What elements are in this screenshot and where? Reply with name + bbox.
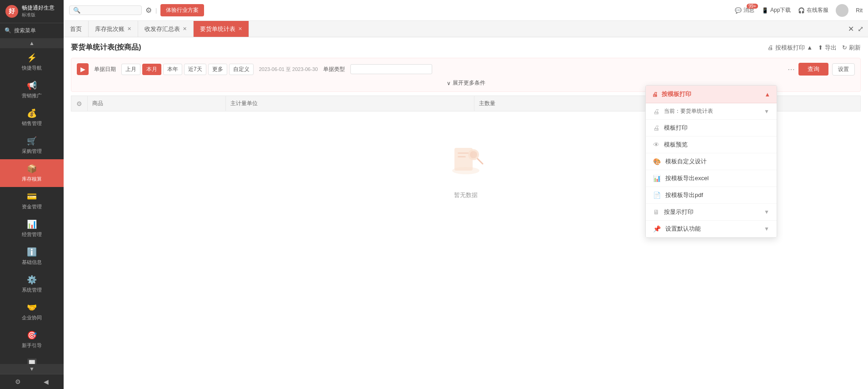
sidebar-collapse-btn[interactable]: ◀ (44, 378, 49, 385)
expand-chevron-icon: ∨ (447, 80, 451, 86)
type-filter-label: 单据类型 (323, 66, 345, 73)
type-select[interactable] (350, 64, 432, 74)
inventory-icon: 📦 (27, 164, 37, 174)
svg-rect-2 (458, 152, 469, 154)
tab-receivable-summary-label: 收发存汇总表 (145, 25, 180, 33)
sidebar-item-collab[interactable]: 🤝 企业协同 (0, 298, 64, 326)
default-func-icon: 📌 (653, 225, 661, 232)
sidebar-item-marketing[interactable]: 📢 营销推广 (0, 76, 64, 104)
marketing-icon: 📢 (27, 81, 37, 91)
filter-expand-btn[interactable]: ∨ 展开更多条件 (447, 79, 485, 87)
sidebar-item-operations[interactable]: 📊 经营管理 (0, 215, 64, 242)
sidebar-item-purchase[interactable]: 🛒 采购管理 (0, 131, 64, 159)
empty-illustration (445, 139, 486, 187)
dropdown-current-item[interactable]: 🖨 当前：要货单统计表 ▼ (646, 103, 777, 119)
dropdown-display-print-left: 🖥 按显示打印 (653, 208, 693, 216)
dropdown-export-pdf-section: 📄 按模板导出pdf (646, 187, 777, 204)
sidebar-item-finance[interactable]: 💳 资金管理 (0, 187, 64, 215)
maximize-tab-btn[interactable]: ⤢ (858, 25, 863, 33)
sidebar-item-apps[interactable]: 🔲 应用中心 (0, 354, 64, 364)
col-quantity: 主数量 (474, 96, 649, 111)
tab-inventory-batch[interactable]: 库存批次账 ✕ (89, 21, 138, 37)
filter-more-icon[interactable]: ⋯ (788, 65, 795, 74)
svg-point-5 (470, 151, 477, 158)
col-settings[interactable]: ⚙ (71, 96, 88, 111)
scroll-down-btn[interactable]: ▼ (0, 364, 64, 374)
settings-btn[interactable]: 设置 (832, 63, 855, 76)
tab-home[interactable]: 首页 (64, 21, 89, 37)
template-preview-label: 模板预览 (664, 141, 688, 149)
sidebar-item-system[interactable]: ⚙️ 系统管理 (0, 270, 64, 298)
tab-receivable-summary-close[interactable]: ✕ (183, 26, 187, 32)
dropdown-close-arrow[interactable]: ▲ (764, 91, 770, 98)
sidebar-item-guide[interactable]: 🎯 新手引导 (0, 326, 64, 354)
filter-date-group: 上月 本月 本年 近7天 更多 自定义 (121, 64, 254, 75)
dropdown-current-section: 🖨 当前：要货单统计表 ▼ (646, 103, 777, 120)
dropdown-export-excel[interactable]: 📊 按模板导出excel (646, 170, 777, 187)
online-service-btn[interactable]: 🎧 在线客服 (798, 6, 828, 14)
tab-order-stats[interactable]: 要货单统计表 ✕ (194, 21, 249, 37)
dropdown-display-print[interactable]: 🖥 按显示打印 ▼ (646, 204, 777, 220)
topbar-search-input[interactable] (82, 7, 132, 14)
sidebar-item-quicknav[interactable]: ⚡ 快捷导航 (0, 48, 64, 76)
print-template-btn[interactable]: 🖨 按模板打印 ▲ (768, 44, 813, 52)
topbar-search-box[interactable]: 🔍 (69, 5, 142, 15)
export-pdf-label: 按模板导出pdf (665, 191, 703, 199)
date-btn-prev-month[interactable]: 上月 (121, 64, 140, 75)
sidebar-item-inventory[interactable]: 📦 库存核算 (0, 159, 64, 187)
date-btn-this-year[interactable]: 本年 (163, 64, 182, 75)
app-download-btn[interactable]: 📱 App下载 (762, 6, 791, 14)
dropdown-export-pdf[interactable]: 📄 按模板导出pdf (646, 187, 777, 203)
search-icon: 🔍 (5, 27, 11, 34)
messages-badge: 99+ (747, 4, 758, 9)
date-btn-more[interactable]: 更多 (208, 64, 227, 75)
dropdown-template-print[interactable]: 🖨 模板打印 (646, 120, 777, 136)
refresh-icon: ↻ (842, 44, 847, 51)
sidebar-item-label: 经营管理 (22, 231, 42, 238)
dropdown-template-preview[interactable]: 👁 模板预览 (646, 136, 777, 153)
dropdown-default-func[interactable]: 📌 设置默认功能 ▼ (646, 221, 777, 237)
type-select-wrap (350, 64, 432, 74)
export-pdf-icon: 📄 (653, 192, 661, 199)
tabbar-actions: ✕ ⤢ (843, 25, 868, 33)
tab-home-label: 首页 (70, 25, 82, 33)
export-label: 导出 (825, 44, 837, 52)
dropdown-template-design-section: 🎨 模板自定义设计 (646, 153, 777, 170)
dropdown-print-icon: 🖨 (652, 91, 658, 98)
app-name: 畅捷通好生意 (22, 5, 55, 12)
sidebar-item-label: 采购管理 (22, 148, 42, 155)
tab-inventory-batch-close[interactable]: ✕ (127, 26, 131, 32)
messages-btn[interactable]: 💬 消息 99+ (735, 6, 754, 14)
query-btn[interactable]: 查询 (798, 63, 828, 76)
sidebar-footer: ⚙ ◀ (0, 374, 64, 389)
search-menu[interactable]: 🔍 搜索菜单 (0, 23, 64, 38)
sidebar-item-basics[interactable]: ℹ️ 基础信息 (0, 242, 64, 270)
table-settings-icon[interactable]: ⚙ (76, 100, 82, 107)
tab-order-stats-close[interactable]: ✕ (238, 26, 242, 32)
close-tab-btn[interactable]: ✕ (848, 25, 854, 33)
export-btn[interactable]: ⬆ 导出 (818, 44, 837, 52)
print-template-label: 按模板打印 (775, 44, 805, 52)
trial-btn[interactable]: 体验行业方案 (160, 4, 204, 16)
page-title: 要货单统计表(按商品) (71, 43, 141, 52)
apps-icon: 🔲 (27, 358, 37, 364)
topbar-gear-icon[interactable]: ⚙ (145, 6, 152, 15)
date-btn-this-month[interactable]: 本月 (142, 64, 161, 75)
date-btn-custom[interactable]: 自定义 (229, 64, 254, 75)
purchase-icon: 🛒 (27, 136, 37, 146)
filter-toggle-btn[interactable]: ▶ (77, 63, 89, 75)
refresh-btn[interactable]: ↻ 刷新 (842, 44, 861, 52)
quicknav-icon: ⚡ (27, 53, 37, 63)
dropdown-template-design[interactable]: 🎨 模板自定义设计 (646, 153, 777, 170)
sidebar-item-label: 快捷导航 (22, 65, 42, 71)
sidebar-item-label: 新手引导 (22, 342, 42, 349)
export-icon: ⬆ (818, 44, 823, 51)
scroll-up-btn[interactable]: ▲ (0, 38, 64, 48)
dropdown-default-func-section: 📌 设置默认功能 ▼ (646, 221, 777, 237)
sidebar-item-sales[interactable]: 💰 销售管理 (0, 104, 64, 131)
tab-receivable-summary[interactable]: 收发存汇总表 ✕ (138, 21, 194, 37)
date-btn-7days[interactable]: 近7天 (184, 64, 206, 75)
sidebar-settings-btn[interactable]: ⚙ (15, 378, 21, 385)
dropdown-current-icon: 🖨 (653, 108, 659, 115)
topbar-search-icon: 🔍 (73, 7, 80, 14)
